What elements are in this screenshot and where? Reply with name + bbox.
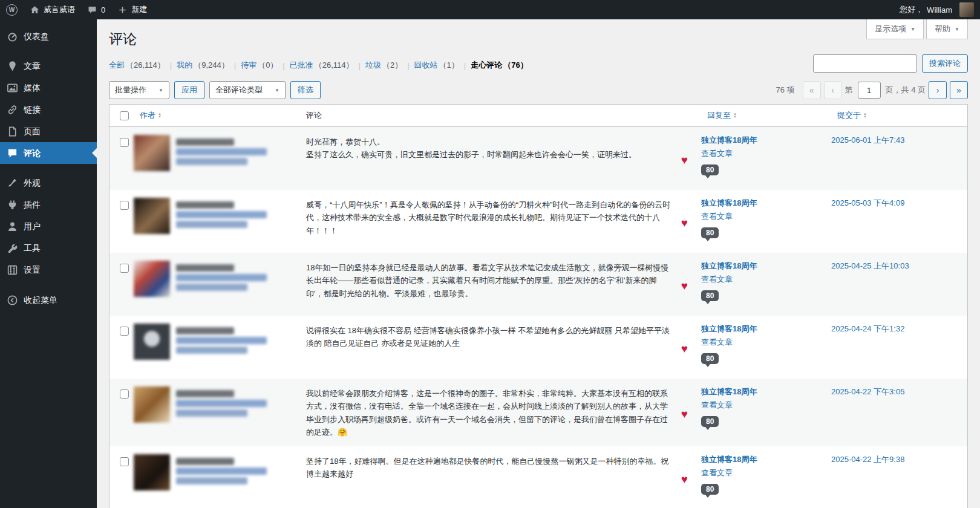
filter-link[interactable]: 全部 （26,114）: [109, 60, 165, 71]
page-suffix-label: 页，共 4 页: [886, 85, 926, 96]
like-heart-icon[interactable]: ♥: [681, 473, 688, 484]
sidebar-item-pages[interactable]: 页面: [0, 120, 97, 142]
row-checkbox[interactable]: [120, 264, 129, 273]
comment-count-bubble[interactable]: 80: [701, 164, 719, 175]
my-account-link[interactable]: 您好， William: [893, 0, 980, 19]
post-title-link[interactable]: 独立博客18周年: [701, 135, 757, 146]
filter-separator: |: [354, 61, 365, 70]
filter-link[interactable]: 走心评论 （76）: [471, 60, 528, 71]
wordpress-logo-icon: [6, 4, 18, 16]
like-heart-icon[interactable]: ♥: [681, 154, 688, 166]
sidebar-item-posts[interactable]: 文章: [0, 55, 97, 77]
post-title-link[interactable]: 独立博客18周年: [701, 324, 757, 334]
view-post-link[interactable]: 查看文章: [701, 274, 733, 285]
in-response-to-cell: 独立博客18周年 查看文章 80: [701, 127, 831, 190]
submitted-date-link[interactable]: 2025-04-22 上午9:38: [831, 455, 904, 464]
site-name-link[interactable]: 威言威语: [24, 0, 81, 19]
filter-link[interactable]: 回收站 （1）: [414, 60, 459, 71]
settings-icon: [6, 264, 18, 276]
author-column-sort-link[interactable]: 作者 ▲▼: [140, 110, 162, 121]
filter-count: （26,114）: [126, 60, 165, 71]
posts-icon: [6, 60, 18, 72]
post-title-link[interactable]: 独立博客18周年: [701, 386, 757, 397]
pagination: 76 项 « ‹ 第 页，共 4 页 › »: [776, 81, 968, 99]
apply-button[interactable]: 应用: [174, 81, 204, 99]
row-checkbox[interactable]: [120, 457, 129, 466]
post-title-link[interactable]: 独立博客18周年: [701, 454, 757, 465]
sidebar-item-label: 媒体: [24, 82, 41, 93]
wordpress-logo-menu[interactable]: [0, 0, 24, 19]
author-cell: [134, 190, 300, 253]
comment-count-bubble[interactable]: 80: [701, 484, 719, 495]
filter-link[interactable]: 已批准 （26,114）: [290, 60, 354, 71]
comment-count-bubble[interactable]: 80: [701, 416, 719, 427]
sidebar-item-links[interactable]: 链接: [0, 99, 97, 120]
like-heart-icon[interactable]: ♥: [681, 280, 688, 291]
items-total: 76 项: [776, 85, 794, 96]
help-tab[interactable]: 帮助 ▼: [926, 19, 968, 39]
author-url-redacted: [176, 148, 267, 155]
row-checkbox[interactable]: [120, 327, 129, 336]
admin-bar: 威言威语 0 新建 您好， William: [0, 0, 980, 19]
sidebar-item-settings[interactable]: 设置: [0, 259, 97, 281]
next-page-button[interactable]: ›: [929, 81, 947, 99]
filter-link[interactable]: 我的 （9,244）: [177, 60, 229, 71]
collapse-menu-label: 收起菜单: [24, 295, 57, 305]
page-title: 评论: [109, 19, 968, 48]
search-input[interactable]: [813, 54, 917, 73]
avatar: [134, 386, 170, 423]
author-info: [176, 261, 267, 316]
view-post-link[interactable]: 查看文章: [701, 211, 733, 222]
row-checkbox-cell: [109, 190, 134, 253]
search-comments-button[interactable]: 搜索评论: [922, 54, 968, 73]
view-post-link[interactable]: 查看文章: [701, 148, 733, 159]
page-number-input[interactable]: [858, 82, 881, 99]
submitted-date-link[interactable]: 2025-05-03 下午4:09: [831, 198, 904, 207]
sidebar-item-tools[interactable]: 工具: [0, 237, 97, 259]
comment-count-bubble[interactable]: 80: [701, 353, 719, 364]
bulk-actions-select[interactable]: 批量操作 ▼: [109, 81, 169, 99]
comment-text: 威哥，“十八周年快乐”！真是令人敬佩的坚持！从手动备份的“刀耕火种”时代一路走到…: [306, 198, 672, 237]
view-post-link[interactable]: 查看文章: [701, 400, 733, 411]
post-title-link[interactable]: 独立博客18周年: [701, 261, 757, 272]
submitted-date-link[interactable]: 2025-06-01 上午7:43: [831, 135, 904, 145]
sidebar-item-appearance[interactable]: 外观: [0, 172, 97, 194]
filter-link[interactable]: 待审 （0）: [241, 60, 278, 71]
date-column-sort-link[interactable]: 提交于 ▲▼: [837, 110, 867, 121]
sidebar-item-comments[interactable]: 评论: [0, 142, 97, 164]
comment-count-bubble[interactable]: 80: [701, 227, 719, 238]
sidebar-item-plugins[interactable]: 插件: [0, 194, 97, 215]
select-all-checkbox[interactable]: [120, 111, 129, 120]
in-response-to-cell: 独立博客18周年 查看文章 80: [701, 190, 831, 253]
new-content-link[interactable]: 新建: [111, 0, 153, 19]
like-heart-icon[interactable]: ♥: [681, 343, 688, 354]
submitted-date-link[interactable]: 2025-04-24 下午1:32: [831, 324, 904, 333]
sidebar-item-users[interactable]: 用户: [0, 215, 97, 237]
author-url-redacted: [176, 337, 267, 344]
comments-badge-link[interactable]: 0: [81, 0, 111, 19]
collapse-menu-button[interactable]: 收起菜单: [0, 289, 97, 311]
screen-options-tab[interactable]: 显示选项 ▼: [866, 19, 924, 39]
author-info: [176, 198, 267, 253]
like-heart-icon[interactable]: ♥: [681, 408, 688, 420]
filter-link[interactable]: 垃圾 （2）: [365, 60, 402, 71]
last-page-button[interactable]: »: [950, 81, 968, 99]
comment-count-bubble[interactable]: 80: [701, 290, 719, 301]
sidebar-item-media[interactable]: 媒体: [0, 77, 97, 99]
like-heart-icon[interactable]: ♥: [681, 217, 688, 229]
comment-type-select[interactable]: 全部评论类型 ▼: [209, 81, 286, 99]
submitted-date-link[interactable]: 2025-04-25 上午10:03: [831, 261, 909, 270]
sidebar-item-dashboard[interactable]: 仪表盘: [0, 25, 97, 47]
chevron-down-icon: ▼: [910, 27, 915, 32]
filter-button[interactable]: 筛选: [290, 81, 321, 99]
post-title-link[interactable]: 独立博客18周年: [701, 198, 757, 209]
response-column-sort-link[interactable]: 回复至 ▲▼: [707, 110, 737, 121]
submitted-date-link[interactable]: 2025-04-22 下午3:05: [831, 387, 904, 396]
admin-bar-left: 威言威语 0 新建: [0, 0, 153, 19]
filter-count: （0）: [258, 60, 278, 71]
row-checkbox[interactable]: [120, 201, 129, 210]
row-checkbox[interactable]: [120, 138, 129, 147]
view-post-link[interactable]: 查看文章: [701, 337, 733, 348]
row-checkbox[interactable]: [120, 389, 129, 399]
view-post-link[interactable]: 查看文章: [701, 467, 733, 478]
